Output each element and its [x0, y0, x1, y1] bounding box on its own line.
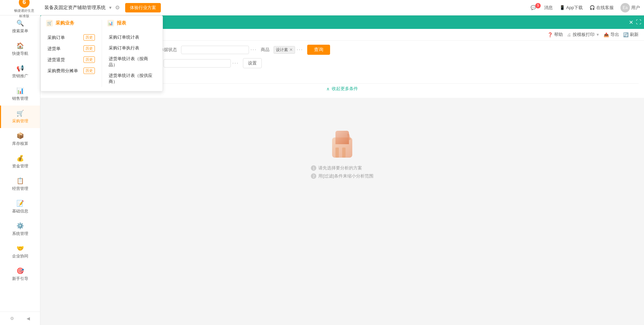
setting-button[interactable]: 设置: [243, 58, 262, 68]
menu-section-purchase-title: 🛒 采购业务: [46, 20, 96, 29]
dropdown-menu-container: 🛒 采购业务 采购订单 历史 进货单 历史 进货退货 历史 采购费用分摊单 历史: [40, 15, 163, 91]
tab-close-all-icon[interactable]: ✕: [629, 19, 633, 26]
status-input[interactable]: [181, 46, 249, 54]
collapse-sidebar-icon[interactable]: ◀: [27, 316, 30, 321]
status-selector[interactable]: ···: [181, 46, 257, 54]
system-title-text: 装备及固定资产辅助管理系统: [44, 5, 106, 11]
history-badge: 历史: [83, 56, 95, 63]
menu-item-label: 进货退货: [47, 57, 65, 63]
menu-item-incoming-stats-supplier[interactable]: 进货单统计表（按供应商）: [107, 70, 157, 87]
user-menu-button[interactable]: Ea 用户: [620, 3, 640, 12]
sidebar-item-search[interactable]: 🔍 搜索菜单: [0, 15, 40, 38]
goods-tag-close[interactable]: ✕: [289, 47, 293, 52]
menu-item-label: 采购费用分摊单: [47, 68, 78, 74]
empty-illustration: [322, 121, 362, 161]
salesperson-input[interactable]: [164, 59, 231, 68]
purchase-section-label: 采购业务: [56, 20, 74, 26]
marketing-icon: 📢: [16, 65, 24, 72]
menu-item-label: 进货单: [47, 46, 61, 52]
menu-item-order-stats[interactable]: 采购订单统计表: [107, 32, 157, 43]
goods-selector[interactable]: 设计素 ✕ ···: [274, 46, 303, 54]
menu-item-label: 采购订单统计表: [109, 34, 139, 40]
history-badge: 历史: [83, 68, 95, 74]
sidebar-item-basicinfo[interactable]: 📝 基础信息: [0, 196, 40, 218]
salesperson-selector[interactable]: ···: [164, 59, 239, 68]
menu-column-purchase: 🛒 采购业务 采购订单 历史 进货单 历史 进货退货 历史 采购费用分摊单 历史: [41, 20, 102, 87]
purchase-section-icon: 🛒: [46, 20, 53, 27]
system-dropdown-arrow[interactable]: ▼: [108, 5, 112, 10]
menu-item-return[interactable]: 进货退货 历史: [46, 54, 96, 65]
sidebar-item-guide[interactable]: 🎯 新手引导: [0, 263, 40, 286]
sidebar-item-system[interactable]: ⚙️ 系统管理: [0, 218, 40, 241]
help-icon: ❓: [547, 32, 553, 37]
export-icon: 📤: [604, 32, 609, 37]
industry-button[interactable]: 体验行业方案: [125, 3, 161, 12]
report-section-label: 报表: [117, 20, 126, 26]
help-button[interactable]: ❓ 帮助: [547, 32, 563, 38]
sales-icon: 📊: [16, 87, 24, 94]
chevron-up-icon: ∧: [326, 86, 330, 91]
goods-more-icon[interactable]: ···: [296, 47, 303, 53]
refresh-button[interactable]: 🔄 刷新: [623, 32, 639, 38]
sidebar-item-marketing[interactable]: 📢 营销推广: [0, 60, 40, 83]
message-button[interactable]: 💬 9 消息: [531, 5, 553, 11]
logo-area: 6 畅捷通好生意 标准版: [4, 0, 44, 18]
app-download-button[interactable]: 📱 App下载: [560, 5, 583, 11]
sidebar-item-label: 库存核算: [12, 141, 28, 147]
sidebar-item-inventory[interactable]: 📦 库存核算: [0, 128, 40, 151]
guide-icon: 🎯: [16, 267, 24, 275]
system-settings-icon[interactable]: ⚙: [115, 4, 120, 11]
hint-number-1: 1: [311, 165, 316, 171]
hint-number-2: 2: [311, 173, 316, 179]
avatar: Ea: [620, 3, 630, 12]
empty-hints: 1 请先选择要分析的方案 2 用[过滤]条件来缩小分析范围: [311, 165, 373, 179]
sidebar-item-sales[interactable]: 📊 销售管理: [0, 83, 40, 106]
home-icon: 🏠: [16, 42, 24, 49]
empty-hint-text-1: 请先选择要分析的方案: [318, 165, 362, 171]
export-button[interactable]: 📤 导出: [604, 32, 619, 38]
sidebar-bottom: ⚙ ◀: [0, 312, 40, 325]
tab-expand-icon[interactable]: ⛶: [636, 19, 641, 25]
sidebar-item-label: 快捷导航: [12, 51, 28, 56]
search-icon: 🔍: [16, 19, 24, 27]
goods-tag: 设计素 ✕: [274, 46, 295, 54]
salesperson-more-icon[interactable]: ···: [232, 60, 239, 66]
menu-item-purchase-order[interactable]: 采购订单 历史: [46, 32, 96, 43]
sidebar-item-quicknav[interactable]: 🏠 快捷导航: [0, 38, 40, 60]
settings-bottom-icon[interactable]: ⚙: [10, 316, 14, 321]
empty-hint-text-2: 用[过滤]条件来缩小分析范围: [318, 173, 373, 179]
menu-column-report: 📊 报表 采购订单统计表 采购订单执行表 进货单统计表（按商品） 进货单统计表（…: [102, 20, 163, 87]
sidebar-item-finance[interactable]: 💰 资金管理: [0, 151, 40, 173]
sidebar-item-label: 企业协同: [12, 253, 28, 259]
status-more-icon[interactable]: ···: [250, 47, 257, 53]
online-service-button[interactable]: 🎧 在线客服: [589, 5, 614, 11]
menu-item-order-exec[interactable]: 采购订单执行表: [107, 43, 157, 53]
edition-label: 标准版: [19, 14, 29, 18]
sidebar-item-label: 搜索菜单: [12, 28, 28, 34]
enterprise-icon: 🤝: [16, 245, 24, 252]
menu-item-incoming[interactable]: 进货单 历史: [46, 43, 96, 54]
logo-icon: 6: [19, 0, 30, 8]
sidebar-item-operations[interactable]: 📋 经营管理: [0, 173, 40, 196]
sidebar-item-enterprise[interactable]: 🤝 企业协同: [0, 241, 40, 263]
empty-hint-2: 2 用[过滤]条件来缩小分析范围: [311, 173, 373, 179]
print-icon: 🖨: [567, 32, 571, 37]
sidebar-item-purchase[interactable]: 🛒 采购管理: [0, 106, 40, 128]
system-icon: ⚙️: [16, 222, 24, 230]
top-bar: 6 畅捷通好生意 标准版 装备及固定资产辅助管理系统 ▼ ⚙ 体验行业方案 💬 …: [0, 0, 644, 15]
history-badge: 历史: [83, 34, 95, 41]
refresh-label: 刷新: [630, 32, 639, 38]
app-download-label: App下载: [566, 5, 583, 11]
basicinfo-icon: 📝: [16, 200, 24, 207]
print-button[interactable]: 🖨 按模板打印 ▼: [567, 32, 600, 38]
headset-icon: 🎧: [589, 5, 595, 10]
illus-leg-left: [335, 148, 339, 158]
purchase-dropdown-menu: 🛒 采购业务 采购订单 历史 进货单 历史 进货退货 历史 采购费用分摊单 历史: [40, 15, 163, 91]
print-dropdown-icon[interactable]: ▼: [596, 33, 600, 37]
menu-item-incoming-stats-goods[interactable]: 进货单统计表（按商品）: [107, 53, 157, 70]
system-title-area: 装备及固定资产辅助管理系统 ▼ ⚙ 体验行业方案: [44, 3, 531, 12]
sidebar-item-label: 销售管理: [12, 96, 28, 101]
menu-item-expense[interactable]: 采购费用分摊单 历史: [46, 65, 96, 76]
query-button[interactable]: 查询: [307, 45, 330, 55]
export-label: 导出: [610, 32, 619, 38]
